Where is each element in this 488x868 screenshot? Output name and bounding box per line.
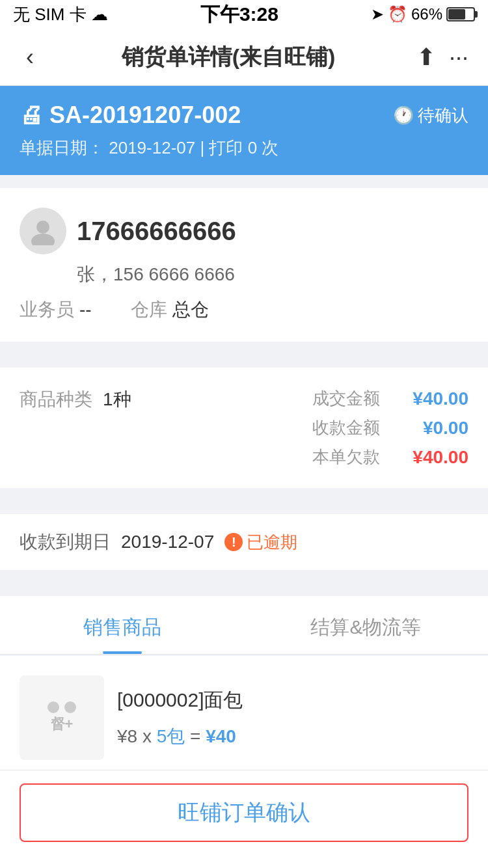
sim-text: 无 SIM 卡 ☁ [13, 3, 108, 26]
overdue-badge: ! 已逾期 [224, 531, 297, 554]
clock-icon: 🕐 [393, 105, 414, 126]
customer-top: 17666666666 [20, 208, 468, 254]
order-id: 🖨 SA-20191207-002 [20, 102, 241, 129]
back-button[interactable]: ‹ [20, 37, 40, 77]
type-value: 1种 [103, 387, 131, 412]
svg-point-0 [36, 221, 49, 234]
received-row: 收款金额 ¥0.00 [312, 416, 468, 439]
due-date: 2019-12-07 [121, 532, 214, 552]
nav-bar: ‹ 销货单详情(来自旺铺) ⬆ ··· [0, 29, 488, 86]
nav-title: 销货单详情(来自旺铺) [122, 42, 336, 72]
tab-sales-product[interactable]: 销售商品 [0, 596, 244, 654]
status-left: 无 SIM 卡 ☁ [13, 3, 108, 26]
order-status: 🕐 待确认 [393, 104, 468, 127]
received-label: 收款金额 [312, 416, 380, 439]
owed-label: 本单欠款 [312, 446, 380, 468]
received-value: ¥0.00 [390, 418, 468, 439]
alarm-icon: ⏰ [388, 5, 407, 23]
owed-value: ¥40.00 [390, 447, 468, 468]
product-name: [0000002]面包 [117, 687, 468, 714]
summary-left: 商品种类 1种 [20, 387, 312, 412]
customer-meta: 业务员 -- 仓库 总仓 [20, 297, 468, 322]
tabs: 销售商品 结算&物流等 [0, 596, 488, 655]
sales-meta: 业务员 -- [20, 297, 92, 322]
battery-text: 66% [411, 5, 442, 23]
type-label: 商品种类 [20, 387, 92, 412]
amount-value: ¥40.00 [390, 388, 468, 409]
svg-point-1 [31, 234, 55, 245]
order-header: 🖨 SA-20191207-002 🕐 待确认 单据日期： 2019-12-07… [0, 86, 488, 175]
warehouse-label: 仓库 [131, 297, 167, 322]
due-label: 收款到期日 [20, 530, 111, 554]
sales-label: 业务员 [20, 297, 74, 322]
table-row: 督+ [0000002]面包 ¥8 x 5包 = ¥40 [0, 656, 488, 780]
divider-1 [0, 342, 488, 355]
amount-row: 成交金额 ¥40.00 [312, 387, 468, 410]
battery-icon [446, 7, 475, 21]
confirm-button[interactable]: 旺铺订单确认 [20, 783, 468, 842]
share-icon[interactable]: ⬆ [416, 44, 436, 71]
status-bar: 无 SIM 卡 ☁ 下午3:28 ➤ ⏰ 66% [0, 0, 488, 29]
bottom-bar: 旺铺订单确认 [0, 770, 488, 868]
order-date: 单据日期： 2019-12-07 | 打印 0 次 [20, 137, 468, 159]
nav-actions: ⬆ ··· [416, 44, 468, 71]
warehouse-meta: 仓库 总仓 [131, 297, 209, 322]
avatar [20, 208, 66, 254]
printer-icon: 🖨 [20, 102, 43, 129]
product-list: 督+ [0000002]面包 ¥8 x 5包 = ¥40 [0, 656, 488, 780]
product-info: [0000002]面包 ¥8 x 5包 = ¥40 [117, 687, 468, 749]
more-icon[interactable]: ··· [449, 44, 468, 71]
divider-2 [0, 488, 488, 501]
amount-label: 成交金额 [312, 387, 380, 410]
customer-phone: 17666666666 [77, 217, 236, 246]
sales-value: -- [79, 299, 92, 320]
status-right: ➤ ⏰ 66% [371, 5, 475, 23]
customer-name: 张，156 6666 6666 [20, 262, 468, 287]
summary-card: 商品种类 1种 成交金额 ¥40.00 收款金额 ¥0.00 本单欠款 ¥40.… [0, 368, 488, 488]
product-thumbnail: 督+ [20, 675, 104, 760]
due-card: 收款到期日 2019-12-07 ! 已逾期 [0, 514, 488, 570]
divider-3 [0, 570, 488, 583]
overdue-text: 已逾期 [247, 531, 297, 554]
product-price: ¥8 x 5包 = ¥40 [117, 724, 468, 749]
summary-right: 成交金额 ¥40.00 收款金额 ¥0.00 本单欠款 ¥40.00 [312, 387, 468, 468]
warehouse-value: 总仓 [172, 297, 209, 322]
location-icon: ➤ [371, 5, 384, 23]
tab-settlement[interactable]: 结算&物流等 [244, 596, 488, 654]
owl-logo: 督+ [47, 701, 76, 734]
status-time: 下午3:28 [200, 1, 278, 28]
customer-card: 17666666666 张，156 6666 6666 业务员 -- 仓库 总仓 [0, 188, 488, 342]
overdue-icon: ! [224, 533, 243, 551]
owed-row: 本单欠款 ¥40.00 [312, 446, 468, 468]
